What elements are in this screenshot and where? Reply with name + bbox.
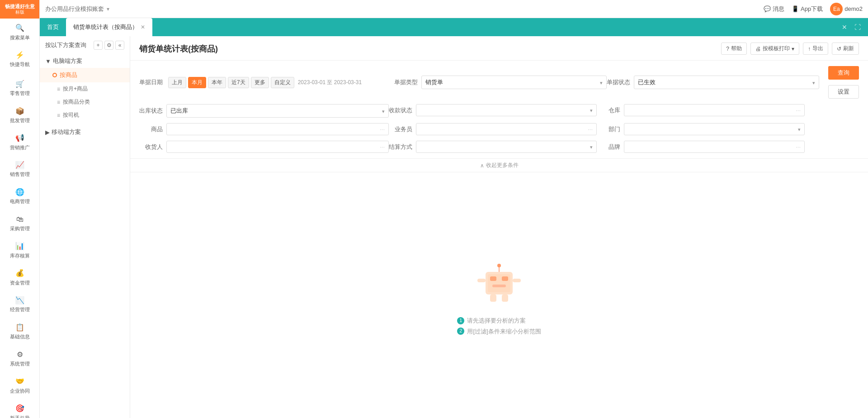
salesman-input[interactable]: ··· bbox=[416, 123, 597, 135]
filter-group-docstatus: 单据状态 已生效 bbox=[607, 76, 819, 89]
sidebar-item-enterprise[interactable]: 🤝 企业协同 bbox=[0, 372, 39, 399]
doctype-chevron bbox=[600, 79, 603, 86]
help-btn[interactable]: ? 帮助 bbox=[721, 43, 747, 55]
svg-rect-2 bbox=[490, 276, 496, 281]
date-btn-7days[interactable]: 近7天 bbox=[228, 77, 249, 88]
warehouse-input[interactable]: ··· bbox=[624, 104, 805, 116]
scheme-header-actions: + ⚙ « bbox=[94, 41, 124, 50]
product-input[interactable]: ··· bbox=[166, 123, 389, 135]
breadcrumb: 办公用品行业模拟账套 ▾ bbox=[45, 5, 109, 13]
sidebar-item-finance[interactable]: 💰 资金管理 bbox=[0, 264, 39, 291]
date-btn-this-year[interactable]: 本年 bbox=[208, 77, 226, 88]
print-btn[interactable]: 🖨 按模板打印 ▾ bbox=[750, 43, 799, 55]
logo[interactable]: 畅捷通好生意 标版 bbox=[0, 0, 39, 19]
filter-group-outstatus: 出库状态 已出库 bbox=[139, 104, 389, 118]
scheme-cashier-icon: ≡ bbox=[57, 112, 60, 119]
query-button[interactable]: 查询 bbox=[828, 66, 859, 80]
receiver-ellipsis: ··· bbox=[380, 143, 385, 150]
scheme-add-btn[interactable]: + bbox=[94, 41, 103, 50]
date-btn-custom[interactable]: 自定义 bbox=[271, 77, 294, 88]
sidebar-item-system[interactable]: ⚙ 系统管理 bbox=[0, 345, 39, 372]
department-select[interactable] bbox=[624, 123, 805, 135]
sidebar-item-basic[interactable]: 📋 基础信息 bbox=[0, 318, 39, 345]
empty-tip-1: 1 请先选择要分析的方案 bbox=[457, 315, 541, 326]
docstatus-select[interactable]: 已生效 bbox=[634, 76, 819, 89]
scheme-header: 按以下方案查询 + ⚙ « bbox=[40, 36, 130, 52]
filter-row-3: 商品 ··· 业务员 ··· bbox=[139, 123, 859, 135]
user-profile-btn[interactable]: Ea demo2 bbox=[830, 3, 863, 15]
filter-group-date: 单据日期 上月 本月 本年 近7天 更多 自定义 20 bbox=[139, 77, 394, 88]
scheme-collapse-btn[interactable]: « bbox=[115, 41, 124, 50]
sidebar-item-retail[interactable]: 🛒 零售管理 bbox=[0, 75, 39, 102]
scheme-item-by-product[interactable]: 按商品 bbox=[40, 68, 130, 82]
enterprise-icon: 🤝 bbox=[15, 376, 24, 386]
ecommerce-icon: 🌐 bbox=[15, 187, 24, 197]
tab-close-btn[interactable]: ✕ bbox=[141, 24, 145, 30]
docstatus-chevron bbox=[812, 79, 815, 86]
scheme-mobile-title[interactable]: ▶ 移动端方案 bbox=[40, 125, 130, 139]
doctype-select[interactable]: 销货单 bbox=[421, 76, 607, 89]
tab-minimize-icon[interactable]: ✕ bbox=[840, 22, 849, 33]
collapse-row[interactable]: ∧ 收起更多条件 bbox=[130, 159, 868, 172]
date-btn-last-month[interactable]: 上月 bbox=[168, 77, 186, 88]
date-btn-more[interactable]: 更多 bbox=[251, 77, 269, 88]
department-chevron bbox=[798, 126, 801, 133]
sidebar-item-sales[interactable]: 📈 销售管理 bbox=[0, 156, 39, 183]
setup-button[interactable]: 设置 bbox=[828, 85, 859, 99]
scheme-item-by-category[interactable]: ≡ 按商品分类 bbox=[40, 95, 130, 109]
breadcrumb-text: 办公用品行业模拟账套 bbox=[45, 5, 104, 13]
sidebar-item-ecommerce[interactable]: 🌐 电商管理 bbox=[0, 183, 39, 210]
empty-illustration bbox=[472, 254, 526, 308]
brand-input[interactable]: ··· bbox=[624, 141, 805, 153]
sales-icon: 📈 bbox=[15, 160, 24, 170]
scheme-settings-btn[interactable]: ⚙ bbox=[104, 41, 113, 50]
doctype-label: 单据类型 bbox=[394, 78, 421, 86]
scheme-mobile-section: ▶ 移动端方案 bbox=[40, 124, 130, 141]
content-wrapper: 按以下方案查询 + ⚙ « ▼ 电脑端方案 按商品 ≡ 按月+ bbox=[40, 36, 868, 418]
sidebar-item-wholesale[interactable]: 📦 批发管理 bbox=[0, 102, 39, 129]
filter-group-department: 部门 bbox=[597, 123, 805, 135]
newbie-icon: 🎯 bbox=[15, 404, 24, 413]
tab-home[interactable]: 首页 bbox=[40, 18, 66, 36]
avatar: Ea bbox=[830, 3, 843, 15]
collapse-text: 收起更多条件 bbox=[486, 162, 519, 169]
date-range: 2023-03-01 至 2023-03-31 bbox=[298, 79, 362, 86]
scheme-pc-section: ▼ 电脑端方案 按商品 ≡ 按月+商品 ≡ 按商品分类 ≡ 按司机 bbox=[40, 52, 130, 124]
sidebar-item-purchase[interactable]: 🛍 采购管理 bbox=[0, 210, 39, 237]
sidebar-item-newbie[interactable]: 🎯 新手引导 bbox=[0, 399, 39, 418]
tab-sales-stat[interactable]: 销货单统计表（按商品） ✕ bbox=[66, 18, 152, 36]
breadcrumb-arrow: ▾ bbox=[107, 6, 109, 12]
product-label: 商品 bbox=[139, 125, 166, 133]
sidebar: 畅捷通好生意 标版 🔍 搜索菜单 ⚡ 快捷导航 🛒 零售管理 📦 批发管理 📢 … bbox=[0, 0, 40, 418]
empty-tips: 1 请先选择要分析的方案 2 用[过滤]条件来缩小分析范围 bbox=[457, 315, 541, 337]
app-download-btn[interactable]: 📱 App下载 bbox=[792, 5, 823, 13]
filter-group-warehouse: 仓库 ··· bbox=[597, 104, 805, 116]
scheme-pc-title[interactable]: ▼ 电脑端方案 bbox=[40, 54, 130, 68]
tab-bar-right: ✕ ⛶ bbox=[840, 22, 868, 33]
sidebar-item-marketing[interactable]: 📢 营销推广 bbox=[0, 128, 39, 156]
settlement-select[interactable] bbox=[416, 141, 597, 153]
message-btn[interactable]: 💬 消息 bbox=[764, 5, 784, 13]
department-label: 部门 bbox=[597, 125, 624, 133]
sidebar-item-inventory[interactable]: 📊 库存核算 bbox=[0, 237, 39, 264]
export-btn[interactable]: ↑ 导出 bbox=[803, 43, 828, 55]
refresh-btn[interactable]: ↺ 刷新 bbox=[832, 43, 859, 55]
tab-bar: 首页 销货单统计表（按商品） ✕ ✕ ⛶ bbox=[40, 18, 868, 36]
sidebar-item-operation[interactable]: 📉 经营管理 bbox=[0, 291, 39, 318]
date-btn-this-month[interactable]: 本月 bbox=[188, 77, 206, 88]
outstatus-select[interactable]: 已出库 bbox=[166, 104, 389, 118]
tab-maximize-icon[interactable]: ⛶ bbox=[853, 22, 863, 33]
quick-nav-icon: ⚡ bbox=[15, 50, 24, 60]
receiptstatus-label: 收款状态 bbox=[389, 106, 416, 114]
scheme-item-by-month-product[interactable]: ≡ 按月+商品 bbox=[40, 82, 130, 95]
page-header: 销货单统计表(按商品) ? 帮助 🖨 按模板打印 ▾ ↑ 导出 bbox=[130, 36, 868, 61]
receiver-input[interactable]: ··· bbox=[166, 141, 389, 153]
filter-row-4: 收货人 ··· 结算方式 bbox=[139, 141, 859, 153]
sidebar-item-quick-nav[interactable]: ⚡ 快捷导航 bbox=[0, 46, 39, 73]
filter-group-receiptstatus: 收款状态 bbox=[389, 104, 597, 116]
tip-num-1: 1 bbox=[457, 317, 464, 324]
sidebar-item-search[interactable]: 🔍 搜索菜单 bbox=[0, 19, 39, 46]
receiptstatus-select[interactable] bbox=[416, 104, 597, 116]
scheme-panel: 按以下方案查询 + ⚙ « ▼ 电脑端方案 按商品 ≡ 按月+ bbox=[40, 36, 130, 418]
scheme-item-by-cashier[interactable]: ≡ 按司机 bbox=[40, 109, 130, 122]
